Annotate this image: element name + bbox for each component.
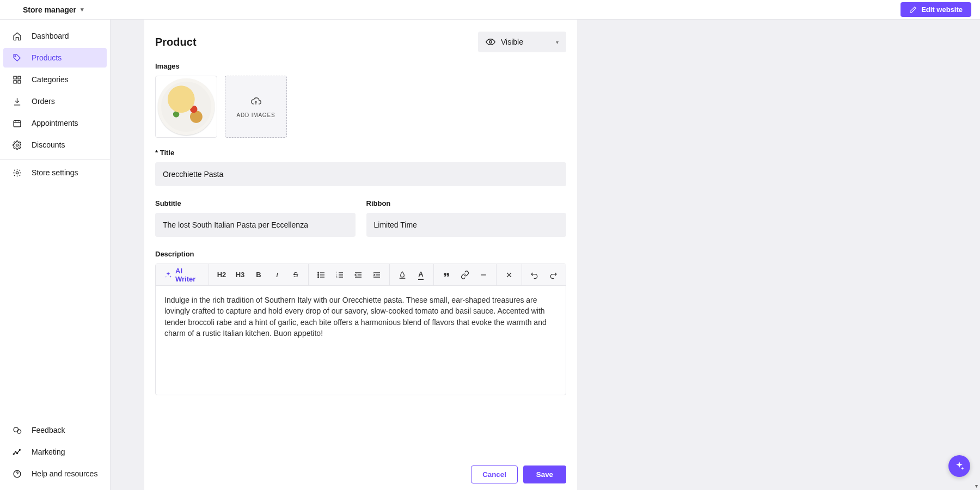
sidebar-label: Dashboard <box>32 32 69 40</box>
tag-icon <box>12 53 22 63</box>
italic-button[interactable]: I <box>268 266 286 284</box>
page-title: Product <box>155 36 197 48</box>
bold-button[interactable]: B <box>249 266 268 284</box>
title-input[interactable] <box>155 162 566 186</box>
indent-button[interactable] <box>367 266 386 284</box>
sidebar-item-appointments[interactable]: Appointments <box>3 113 107 133</box>
sidebar-item-products[interactable]: Products <box>3 48 107 68</box>
svg-point-12 <box>16 452 17 454</box>
svg-point-11 <box>15 451 16 452</box>
analytics-icon <box>12 447 22 457</box>
ai-fab-button[interactable] <box>948 455 970 477</box>
svg-point-13 <box>19 449 20 450</box>
visibility-label: Visible <box>501 38 523 46</box>
sidebar-label: Products <box>32 53 62 62</box>
outdent-button[interactable] <box>349 266 367 284</box>
sidebar: Dashboard Products Categories <box>0 20 111 490</box>
ai-writer-label: AI Writer <box>175 267 200 283</box>
sidebar-item-help[interactable]: Help and resources <box>3 464 107 483</box>
svg-text:3: 3 <box>336 275 338 278</box>
visibility-select[interactable]: Visible ▾ <box>478 32 566 52</box>
sparkle-icon <box>954 461 965 471</box>
ai-writer-button[interactable]: AI Writer <box>156 264 209 285</box>
description-label: Description <box>155 250 566 258</box>
editor-toolbar: AI Writer H2 H3 B I S <box>156 264 566 286</box>
svg-point-18 <box>318 277 319 278</box>
cloud-upload-icon <box>250 96 261 107</box>
sidebar-item-discounts[interactable]: Discounts <box>3 135 107 155</box>
gear-icon <box>12 140 22 150</box>
sidebar-label: Categories <box>32 75 69 84</box>
svg-rect-4 <box>17 80 20 83</box>
text-color-button[interactable]: A <box>412 266 430 284</box>
chevron-down-icon: ▾ <box>556 39 559 45</box>
svg-rect-1 <box>14 76 16 79</box>
title-label: * Title <box>155 149 566 157</box>
home-icon <box>12 31 22 41</box>
quote-button[interactable] <box>437 266 456 284</box>
sidebar-item-orders[interactable]: Orders <box>3 91 107 111</box>
svg-rect-2 <box>17 76 20 79</box>
sidebar-item-dashboard[interactable]: Dashboard <box>3 26 107 46</box>
highlight-color-button[interactable] <box>393 266 412 284</box>
sidebar-item-categories[interactable]: Categories <box>3 70 107 89</box>
divider <box>0 159 110 160</box>
images-row: ADD IMAGES <box>155 76 566 138</box>
ribbon-input[interactable] <box>366 213 567 237</box>
clear-format-button[interactable] <box>500 266 518 284</box>
h2-button[interactable]: H2 <box>212 266 231 284</box>
svg-point-7 <box>16 171 18 174</box>
svg-point-15 <box>489 41 492 44</box>
nav-main: Dashboard Products Categories <box>0 25 110 156</box>
add-images-label: ADD IMAGES <box>237 112 275 118</box>
description-textarea[interactable]: Indulge in the rich tradition of Souther… <box>156 286 566 395</box>
feedback-icon <box>12 425 22 435</box>
brand-selector[interactable]: Store manager ▾ <box>23 5 84 14</box>
calendar-icon <box>12 118 22 128</box>
pencil-icon <box>909 6 917 14</box>
sidebar-label: Store settings <box>32 168 78 177</box>
ribbon-label: Ribbon <box>366 199 567 207</box>
grid-icon <box>12 75 22 84</box>
sidebar-item-marketing[interactable]: Marketing <box>3 442 107 462</box>
sidebar-label: Marketing <box>32 448 65 456</box>
chevron-down-icon: ▾ <box>81 6 84 13</box>
product-image <box>158 78 215 135</box>
svg-rect-3 <box>14 80 16 83</box>
svg-point-16 <box>318 272 319 273</box>
hr-button[interactable] <box>474 266 493 284</box>
bullet-list-button[interactable] <box>312 266 330 284</box>
main-content: Product Visible ▾ Images <box>111 20 980 490</box>
subtitle-label: Subtitle <box>155 199 356 207</box>
description-editor: AI Writer H2 H3 B I S <box>155 264 566 395</box>
sidebar-item-feedback[interactable]: Feedback <box>3 420 107 440</box>
settings-icon <box>12 168 22 177</box>
sidebar-label: Appointments <box>32 119 78 127</box>
h3-button[interactable]: H3 <box>231 266 249 284</box>
svg-point-17 <box>318 274 319 275</box>
subtitle-input[interactable] <box>155 213 356 237</box>
link-button[interactable] <box>456 266 474 284</box>
cancel-button[interactable]: Cancel <box>471 465 518 483</box>
scroll-hint-icon: ▾ <box>975 483 978 489</box>
sidebar-label: Discounts <box>32 140 65 149</box>
sidebar-item-store-settings[interactable]: Store settings <box>3 163 107 182</box>
images-label: Images <box>155 62 566 70</box>
save-button[interactable]: Save <box>523 465 566 483</box>
add-images-button[interactable]: ADD IMAGES <box>225 76 287 138</box>
nav-footer: Feedback Marketing Help and resources <box>0 419 110 490</box>
product-image-thumb[interactable] <box>155 76 217 138</box>
svg-point-10 <box>13 454 14 455</box>
ordered-list-button[interactable]: 123 <box>330 266 349 284</box>
undo-button[interactable] <box>525 266 544 284</box>
sidebar-label: Help and resources <box>32 469 97 478</box>
product-panel: Product Visible ▾ Images <box>144 20 577 490</box>
redo-button[interactable] <box>544 266 562 284</box>
edit-website-button[interactable]: Edit website <box>901 2 971 17</box>
topbar: Store manager ▾ Edit website <box>0 0 980 20</box>
svg-point-8 <box>14 427 19 432</box>
sidebar-label: Orders <box>32 97 55 106</box>
brand-label: Store manager <box>23 5 76 14</box>
svg-point-6 <box>16 144 18 146</box>
strikethrough-button[interactable]: S <box>286 266 305 284</box>
